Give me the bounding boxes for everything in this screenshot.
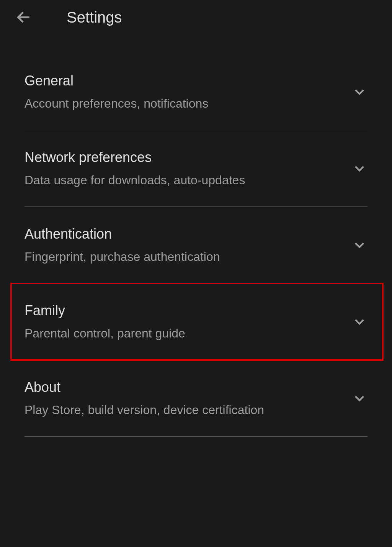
item-text: Network preferences Data usage for downl… (24, 149, 245, 187)
item-title: Network preferences (24, 149, 245, 165)
item-subtitle: Parental control, parent guide (24, 326, 185, 341)
item-subtitle: Account preferences, notifications (24, 97, 208, 111)
item-title: General (24, 73, 208, 89)
chevron-down-icon (351, 390, 368, 406)
settings-item-about[interactable]: About Play Store, build version, device … (24, 360, 368, 437)
settings-item-general[interactable]: General Account preferences, notificatio… (24, 54, 368, 130)
settings-item-family[interactable]: Family Parental control, parent guide (11, 283, 383, 360)
item-title: About (24, 379, 264, 395)
item-text: About Play Store, build version, device … (24, 379, 264, 417)
back-arrow-icon[interactable] (15, 9, 32, 26)
settings-item-authentication[interactable]: Authentication Fingerprint, purchase aut… (24, 207, 368, 283)
item-subtitle: Fingerprint, purchase authentication (24, 250, 220, 264)
settings-list: General Account preferences, notificatio… (0, 34, 392, 437)
page-title: Settings (67, 9, 122, 26)
chevron-down-icon (351, 84, 368, 100)
item-subtitle: Data usage for downloads, auto-updates (24, 173, 245, 187)
chevron-down-icon (351, 237, 368, 253)
header: Settings (0, 0, 392, 34)
chevron-down-icon (351, 314, 368, 330)
chevron-down-icon (351, 160, 368, 177)
item-title: Authentication (24, 226, 220, 242)
item-text: General Account preferences, notificatio… (24, 73, 208, 111)
item-title: Family (24, 303, 185, 319)
settings-item-network[interactable]: Network preferences Data usage for downl… (24, 130, 368, 207)
item-text: Family Parental control, parent guide (24, 303, 185, 341)
item-text: Authentication Fingerprint, purchase aut… (24, 226, 220, 264)
item-subtitle: Play Store, build version, device certif… (24, 403, 264, 417)
